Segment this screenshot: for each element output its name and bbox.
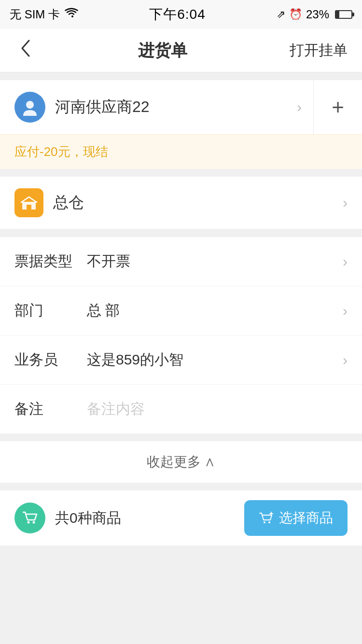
invoice-type-row[interactable]: 票据类型 不开票 › (0, 237, 362, 286)
salesperson-value: 这是859的小智 (77, 350, 338, 370)
svg-point-5 (264, 521, 265, 523)
invoice-type-value: 不开票 (77, 252, 338, 271)
svg-point-0 (26, 101, 34, 109)
page-title: 进货单 (138, 40, 187, 62)
supplier-avatar (14, 92, 45, 123)
back-button[interactable] (14, 34, 36, 67)
department-row[interactable]: 部门 总 部 › (0, 286, 362, 336)
collapse-section[interactable]: 收起更多 ∧ (0, 441, 362, 483)
location-icon: ⇗ (277, 8, 285, 21)
add-supplier-button[interactable]: + (314, 80, 362, 134)
salesperson-label: 业务员 (14, 350, 77, 370)
supplier-chevron-icon: › (297, 99, 302, 115)
alarm-icon: ⏰ (289, 8, 302, 21)
svg-point-6 (268, 521, 270, 523)
department-value: 总 部 (77, 301, 338, 321)
status-left: 无 SIM 卡 (10, 7, 78, 22)
status-right: ⇗ ⏰ 23% (277, 8, 352, 21)
select-product-label: 选择商品 (279, 509, 333, 527)
status-time: 下午6:04 (149, 5, 206, 24)
supplier-selector[interactable]: 河南供应商22 › (0, 80, 314, 134)
product-count-text: 共0种商品 (55, 508, 244, 528)
balance-notice: 应付-20元，现结 (0, 134, 362, 169)
battery-percent: 23% (306, 8, 329, 21)
status-bar: 无 SIM 卡 下午6:04 ⇗ ⏰ 23% (0, 0, 362, 29)
remark-label: 备注 (14, 399, 77, 419)
page-rest (0, 546, 362, 644)
warehouse-name: 总仓 (53, 192, 338, 213)
warehouse-chevron-icon: › (343, 195, 348, 211)
supplier-name: 河南供应商22 (55, 97, 292, 118)
balance-text: 应付-20元，现结 (14, 144, 108, 159)
invoice-type-chevron-icon: › (343, 253, 348, 270)
svg-point-3 (28, 521, 30, 524)
wifi-icon (65, 8, 78, 21)
product-bar: 共0种商品 选择商品 (0, 490, 362, 546)
battery-icon (335, 10, 352, 19)
open-pending-button[interactable]: 打开挂单 (290, 41, 348, 60)
collapse-button[interactable]: 收起更多 ∧ (147, 453, 216, 471)
form-section: 票据类型 不开票 › 部门 总 部 › 业务员 这是859的小智 › 备注 备注… (0, 237, 362, 434)
svg-point-4 (33, 521, 35, 524)
warehouse-icon (14, 188, 43, 217)
remark-input[interactable]: 备注内容 (77, 399, 348, 419)
product-cart-icon (14, 503, 45, 533)
nav-bar: 进货单 打开挂单 (0, 29, 362, 72)
section-divider-1 (0, 72, 362, 80)
remark-row[interactable]: 备注 备注内容 (0, 385, 362, 434)
invoice-type-label: 票据类型 (14, 252, 77, 271)
carrier-text: 无 SIM 卡 (10, 7, 60, 22)
department-chevron-icon: › (343, 303, 348, 319)
salesperson-row[interactable]: 业务员 这是859的小智 › (0, 336, 362, 385)
select-product-button[interactable]: 选择商品 (244, 500, 348, 536)
salesperson-chevron-icon: › (343, 352, 348, 368)
warehouse-row[interactable]: 总仓 › (0, 177, 362, 229)
svg-rect-2 (27, 205, 31, 210)
supplier-section: 河南供应商22 › + (0, 80, 362, 134)
department-label: 部门 (14, 301, 77, 321)
